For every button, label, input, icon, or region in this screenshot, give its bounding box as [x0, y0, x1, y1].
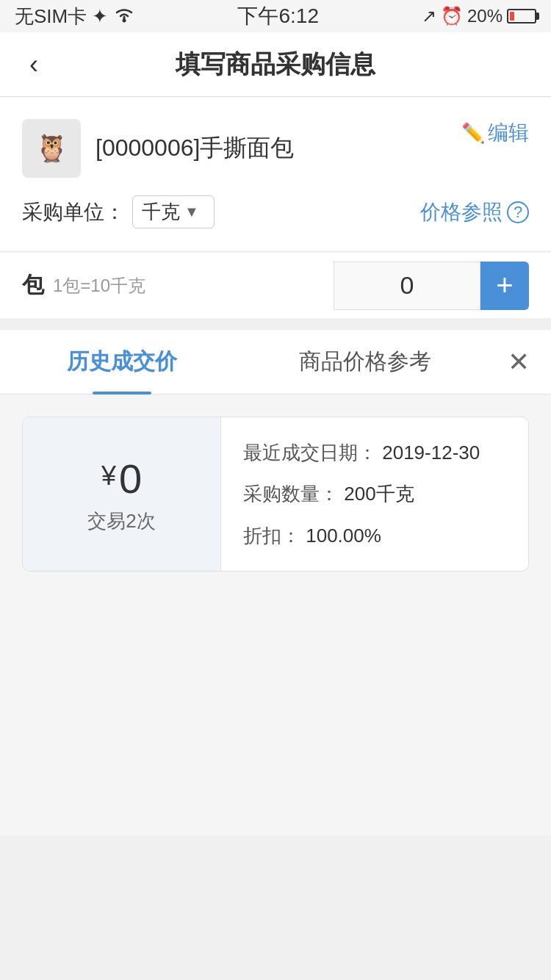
- nav-bar: ‹ 填写商品采购信息: [0, 32, 551, 97]
- unit-label: 采购单位： 千克 ▼: [22, 195, 215, 228]
- battery-icon: [507, 9, 536, 24]
- product-header: 🦉 [0000006]手撕面包 ✏️ 编辑: [22, 119, 529, 178]
- product-left: 🦉 [0000006]手撕面包: [22, 119, 294, 178]
- qty-label: 包 1包=10千克: [22, 270, 145, 300]
- tab2-label: 商品价格参考: [299, 347, 431, 377]
- product-thumbnail: 🦉: [22, 119, 81, 178]
- qty-input[interactable]: 0: [334, 262, 480, 310]
- content-area: ¥ 0 交易2次 最近成交日期： 2019-12-30 采购数量： 200千克 …: [0, 394, 551, 835]
- history-discount-row: 折扣： 100.00%: [243, 522, 506, 549]
- product-card: 🦉 [0000006]手撕面包 ✏️ 编辑 采购单位： 千克 ▼ 价格参照 ?: [0, 97, 551, 251]
- svg-point-0: [123, 18, 126, 22]
- status-right: ↗ ⏰ 20%: [422, 6, 536, 26]
- edit-label: 编辑: [488, 119, 529, 147]
- price-ref-button[interactable]: 价格参照 ?: [420, 198, 529, 226]
- back-button[interactable]: ‹: [22, 42, 46, 87]
- tab-history-price[interactable]: 历史成交价: [0, 330, 243, 394]
- price-value: 0: [119, 455, 142, 502]
- tabs-container: 历史成交价 商品价格参考 ✕: [0, 330, 551, 394]
- edit-button[interactable]: ✏️ 编辑: [461, 119, 529, 147]
- alarm-icon: ⏰: [441, 6, 463, 26]
- history-card-right: 最近成交日期： 2019-12-30 采购数量： 200千克 折扣： 100.0…: [221, 417, 528, 571]
- qty-label-text: 采购数量：: [243, 483, 339, 505]
- section-divider: [0, 318, 551, 330]
- unit-label-text: 采购单位：: [22, 198, 125, 226]
- date-value: 2019-12-30: [382, 442, 480, 464]
- history-date-row: 最近成交日期： 2019-12-30: [243, 439, 506, 466]
- unit-value: 千克: [142, 199, 180, 225]
- qty-plus-button[interactable]: +: [480, 262, 529, 310]
- tab-active-indicator: [93, 392, 151, 394]
- status-bar: 无SIM卡 ✦ 下午6:12 ↗ ⏰ 20%: [0, 0, 551, 32]
- discount-value: 100.00%: [306, 525, 381, 547]
- discount-label: 折扣：: [243, 525, 300, 547]
- carrier-text: 无SIM卡 ✦: [15, 4, 108, 29]
- history-card-left: ¥ 0 交易2次: [23, 417, 221, 571]
- currency-symbol: ¥: [101, 461, 116, 491]
- history-price: ¥ 0: [101, 455, 142, 502]
- history-qty-row: 采购数量： 200千克: [243, 480, 506, 507]
- date-label: 最近成交日期：: [243, 442, 377, 464]
- tab-product-price[interactable]: 商品价格参考: [243, 330, 486, 394]
- qty-controls: 0 +: [334, 262, 529, 310]
- product-logo-icon: 🦉: [35, 133, 68, 164]
- history-card: ¥ 0 交易2次 最近成交日期： 2019-12-30 采购数量： 200千克 …: [22, 417, 529, 572]
- price-ref-help-icon: ?: [507, 201, 529, 223]
- trade-count: 交易2次: [87, 508, 155, 534]
- product-unit-row: 采购单位： 千克 ▼ 价格参照 ?: [22, 195, 529, 228]
- unit-select[interactable]: 千克 ▼: [132, 195, 215, 228]
- quantity-section: 包 1包=10千克 0 +: [0, 252, 551, 318]
- location-icon: ↗: [422, 6, 436, 26]
- edit-icon: ✏️: [461, 122, 485, 145]
- wifi-icon: [114, 5, 134, 28]
- qty-unit-text: 包: [22, 270, 44, 300]
- page-title: 填写商品采购信息: [176, 48, 375, 82]
- price-ref-label: 价格参照: [420, 198, 503, 226]
- tab1-label: 历史成交价: [67, 347, 177, 377]
- qty-value-text: 200千克: [344, 483, 414, 505]
- status-left: 无SIM卡 ✦: [15, 4, 134, 29]
- status-time: 下午6:12: [237, 2, 319, 30]
- battery-percent: 20%: [467, 6, 503, 26]
- tab-close-button[interactable]: ✕: [486, 330, 551, 394]
- product-name: [0000006]手撕面包: [96, 132, 294, 165]
- dropdown-arrow-icon: ▼: [184, 203, 199, 220]
- qty-unit-desc: 1包=10千克: [53, 274, 145, 298]
